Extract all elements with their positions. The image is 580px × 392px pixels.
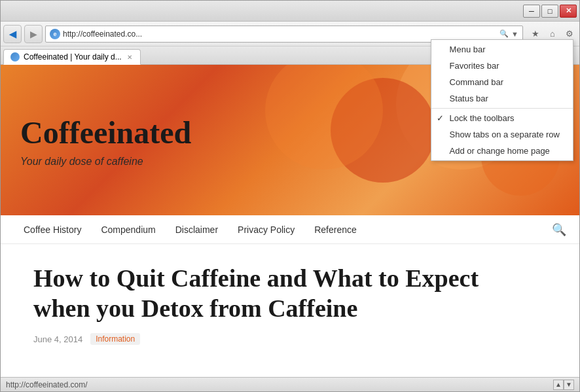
- maximize-button[interactable]: □: [541, 5, 558, 18]
- tab-ie-icon: [10, 52, 20, 62]
- status-url: http://coffeeinated.com/: [6, 380, 553, 389]
- menu-item-favorites-bar[interactable]: Favorites bar: [431, 58, 573, 74]
- site-navigation: Coffee History Compendium Disclaimer Pri…: [1, 215, 579, 244]
- scroll-down-button[interactable]: ▼: [564, 380, 574, 390]
- tab-close-icon[interactable]: ✕: [126, 53, 134, 62]
- menu-item-add-home-page[interactable]: Add or change home page: [431, 143, 573, 159]
- address-text: http://coffeeinated.co...: [63, 29, 497, 39]
- address-search-icon[interactable]: 🔍: [499, 29, 509, 38]
- refresh-icon[interactable]: ▼: [511, 30, 518, 38]
- tab-title: Coffeeinated | Your daily d...: [24, 52, 122, 62]
- nav-disclaimer[interactable]: Disclaimer: [166, 217, 228, 243]
- back-button[interactable]: ◀: [3, 25, 22, 43]
- active-tab[interactable]: Coffeeinated | Your daily d... ✕: [3, 49, 141, 65]
- context-menu: Menu bar Favorites bar Command bar Statu…: [431, 39, 573, 161]
- site-search-icon[interactable]: 🔍: [552, 223, 566, 237]
- article-title: How to Quit Caffeine and What to Expect …: [33, 264, 492, 323]
- forward-button[interactable]: ▶: [24, 25, 43, 43]
- menu-item-menu-bar[interactable]: Menu bar: [431, 41, 573, 58]
- forward-icon: ▶: [30, 29, 37, 39]
- menu-separator: [431, 108, 573, 109]
- article-meta: June 4, 2014 Information: [33, 333, 547, 345]
- browser-window: ─ □ ✕ ◀ ▶ e http://coffeeinated.co... 🔍 …: [0, 0, 580, 392]
- site-content: How to Quit Caffeine and What to Expect …: [1, 244, 579, 365]
- menu-item-command-bar[interactable]: Command bar: [431, 74, 573, 90]
- menu-item-show-tabs-row[interactable]: Show tabs on a separate row: [431, 126, 573, 143]
- close-button[interactable]: ✕: [560, 5, 577, 18]
- nav-compendium[interactable]: Compendium: [91, 217, 165, 243]
- nav-items: Coffee History Compendium Disclaimer Pri…: [14, 217, 552, 243]
- article-category[interactable]: Information: [90, 333, 140, 345]
- menu-item-status-bar[interactable]: Status bar: [431, 90, 573, 107]
- scroll-up-button[interactable]: ▲: [553, 380, 564, 390]
- nav-coffee-history[interactable]: Coffee History: [14, 217, 91, 243]
- nav-reference[interactable]: Reference: [304, 217, 367, 243]
- article-date: June 4, 2014: [33, 334, 82, 344]
- nav-privacy-policy[interactable]: Privacy Policy: [228, 217, 304, 243]
- status-bar: http://coffeeinated.com/ ▲ ▼: [1, 377, 579, 391]
- title-bar-buttons: ─ □ ✕: [523, 5, 577, 18]
- menu-item-lock-toolbars[interactable]: Lock the toolbars: [431, 110, 573, 126]
- minimize-button[interactable]: ─: [523, 5, 540, 18]
- ie-logo-icon: e: [50, 29, 60, 39]
- back-icon: ◀: [9, 29, 16, 39]
- title-bar: ─ □ ✕: [1, 1, 579, 22]
